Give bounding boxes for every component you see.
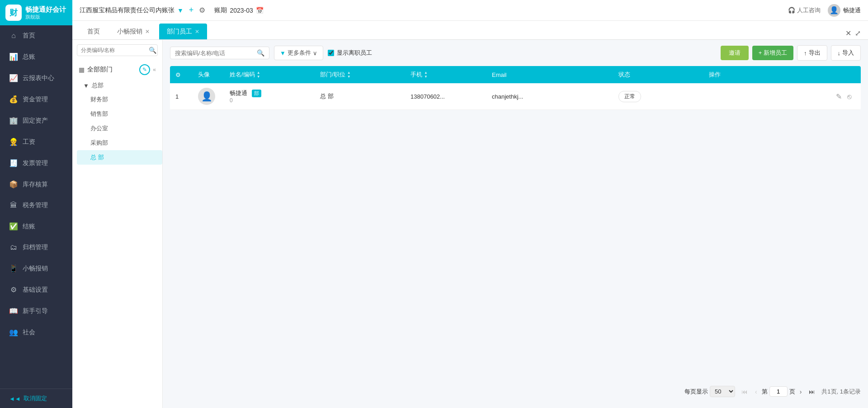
sidebar-item-reports[interactable]: 📈 云报表中心: [0, 67, 72, 89]
show-resigned-checkbox[interactable]: [328, 50, 334, 56]
next-page-button[interactable]: ›: [797, 387, 805, 396]
sidebar-item-salary[interactable]: 👷 工资: [0, 131, 72, 152]
social-icon: 👥: [9, 328, 18, 337]
import-button[interactable]: ↓ 导入: [831, 45, 861, 61]
first-page-button[interactable]: ⏮: [739, 387, 750, 396]
dept-collapse-icon[interactable]: «: [153, 66, 156, 73]
dept-child-general[interactable]: 总 部: [77, 150, 162, 165]
edit-button[interactable]: ✎: [836, 93, 842, 100]
sidebar-item-social[interactable]: 👥 社会: [0, 322, 72, 343]
dept-arrow-icon: ▼: [83, 82, 89, 89]
dept-group-root[interactable]: ▼ 总部: [77, 79, 162, 92]
company-selector[interactable]: 江西服宝精品有限责任公司内账张 ▼: [80, 6, 184, 14]
name-sort-icon[interactable]: ▲▼: [257, 71, 260, 79]
tab-department-label: 部门员工: [167, 28, 192, 36]
th-name[interactable]: 姓名/编码 ▲▼: [224, 66, 315, 83]
sidebar-item-funds[interactable]: 💰 资金管理: [0, 89, 72, 110]
dept-search-icon[interactable]: 🔍: [149, 47, 156, 54]
settings-icon: ⚙: [9, 285, 18, 294]
th-phone[interactable]: 手机 ▲▼: [405, 66, 486, 83]
sidebar-item-label: 结账: [23, 223, 35, 231]
sidebar-item-close[interactable]: ✅ 结账: [0, 216, 72, 237]
sidebar-item-label: 小畅报销: [23, 265, 48, 273]
tab-home[interactable]: 首页: [80, 24, 108, 39]
dept-child-purchasing[interactable]: 采购部: [77, 136, 162, 150]
tab-department[interactable]: 部门员工 ✕: [159, 24, 207, 39]
sidebar-item-assets[interactable]: 🏢 固定资产: [0, 110, 72, 131]
tab-expense-close[interactable]: ✕: [145, 28, 150, 35]
table-settings-icon[interactable]: ⚙: [175, 71, 181, 78]
sidebar-item-home[interactable]: ⌂ 首页: [0, 25, 72, 46]
tab-department-close[interactable]: ✕: [195, 28, 199, 35]
user-menu[interactable]: 👤 畅捷通: [828, 4, 861, 17]
cancel-pin-button[interactable]: ◄◄ 取消固定: [0, 389, 72, 408]
prev-page-button[interactable]: ‹: [752, 387, 760, 396]
dept-child-office[interactable]: 办公室: [77, 121, 162, 136]
assets-icon: 🏢: [9, 116, 18, 125]
main-content: 江西服宝精品有限责任公司内账张 ▼ + ⚙ 账期 2023-03 📅 🎧 人工咨…: [72, 0, 868, 408]
funds-icon: 💰: [9, 95, 18, 104]
dept-edit-button[interactable]: ✎: [139, 64, 150, 75]
cell-num: 1: [170, 83, 193, 110]
expand-tab-button[interactable]: ⤢: [855, 29, 861, 38]
support-button[interactable]: 🎧 人工咨询: [788, 6, 821, 14]
sidebar-item-archive[interactable]: 🗂 归档管理: [0, 237, 72, 258]
filter-icon: ▼: [280, 50, 286, 57]
dept-all-label: 全部部门: [87, 66, 137, 74]
th-dept[interactable]: 部门/职位 ▲▼: [315, 66, 405, 83]
th-action: 操作: [703, 66, 861, 83]
th-settings[interactable]: ⚙: [170, 66, 193, 83]
th-avatar: 头像: [193, 66, 224, 83]
home-icon: ⌂: [9, 32, 18, 40]
close-accounts-icon: ✅: [9, 222, 18, 231]
cell-avatar: 👤: [193, 83, 224, 110]
phone-sort-icon[interactable]: ▲▼: [424, 71, 428, 79]
sidebar-item-label: 基础设置: [23, 286, 48, 294]
filter-button[interactable]: ▼ 更多条件 ∨: [274, 46, 323, 60]
show-resigned-label[interactable]: 显示离职员工: [328, 49, 372, 57]
dept-search-box[interactable]: 🔍: [77, 44, 158, 56]
period-selector[interactable]: 账期 2023-03 📅: [214, 6, 263, 14]
delete-button[interactable]: ⎋: [847, 93, 852, 100]
dept-all-button[interactable]: ▦ 全部部门 ✎ «: [72, 61, 162, 79]
page-suffix: 页: [789, 388, 795, 396]
sidebar-item-invoice[interactable]: 🧾 发票管理: [0, 152, 72, 174]
dept-search-input[interactable]: [81, 47, 149, 53]
sidebar-item-ledger[interactable]: 📊 总账: [0, 46, 72, 67]
tab-expense[interactable]: 小畅报销 ✕: [109, 24, 157, 39]
export-button[interactable]: ↑ 导出: [797, 45, 827, 61]
dept-sort-icon[interactable]: ▲▼: [347, 71, 351, 79]
logo-sub: 旗舰版: [25, 14, 66, 20]
page-input[interactable]: [769, 386, 788, 397]
employee-code: 0: [230, 97, 309, 104]
dept-badge: 部: [252, 90, 261, 97]
sidebar: 财 畅捷通好会计 旗舰版 ⌂ 首页 📊 总账 📈 云报表中心 💰 资金管理 🏢 …: [0, 0, 72, 408]
sidebar-item-tax[interactable]: 🏛 税务管理: [0, 195, 72, 216]
sidebar-item-inventory[interactable]: 📦 库存核算: [0, 174, 72, 195]
page-size-selector[interactable]: 每页显示 50 20 100: [684, 386, 735, 397]
per-page-select[interactable]: 50 20 100: [710, 386, 735, 397]
sidebar-nav: ⌂ 首页 📊 总账 📈 云报表中心 💰 资金管理 🏢 固定资产 👷 工资 🧾 发…: [0, 25, 72, 389]
cell-status: 正常: [613, 83, 703, 110]
employee-search-input[interactable]: [175, 50, 257, 57]
cell-action: ✎ ⎋: [703, 83, 861, 110]
last-page-button[interactable]: ⏭: [806, 387, 818, 396]
tab-home-label: 首页: [87, 28, 100, 36]
employee-search-box[interactable]: 🔍: [170, 47, 269, 59]
calendar-icon: 📅: [256, 7, 264, 14]
sidebar-item-guide[interactable]: 📖 新手引导: [0, 300, 72, 322]
sidebar-item-settings[interactable]: ⚙ 基础设置: [0, 279, 72, 300]
employee-search-icon[interactable]: 🔍: [257, 49, 264, 57]
avatar: 👤: [828, 4, 840, 17]
show-resigned-text: 显示离职员工: [337, 49, 372, 57]
add-company-button[interactable]: +: [189, 5, 194, 15]
dept-left-panel: 🔍 ▦ 全部部门 ✎ « ▼ 总部 财务部 销售部: [72, 40, 163, 408]
add-employee-button[interactable]: + 新增员工: [752, 46, 793, 60]
dept-child-sales[interactable]: 销售部: [77, 107, 162, 121]
topbar-settings-icon[interactable]: ⚙: [199, 6, 205, 14]
sidebar-item-expense[interactable]: 📱 小畅报销: [0, 258, 72, 279]
invite-button[interactable]: 邀请: [721, 46, 749, 60]
cell-dept: 总 部: [315, 83, 405, 110]
dept-child-finance[interactable]: 财务部: [77, 92, 162, 107]
close-tab-button[interactable]: ✕: [845, 29, 851, 38]
